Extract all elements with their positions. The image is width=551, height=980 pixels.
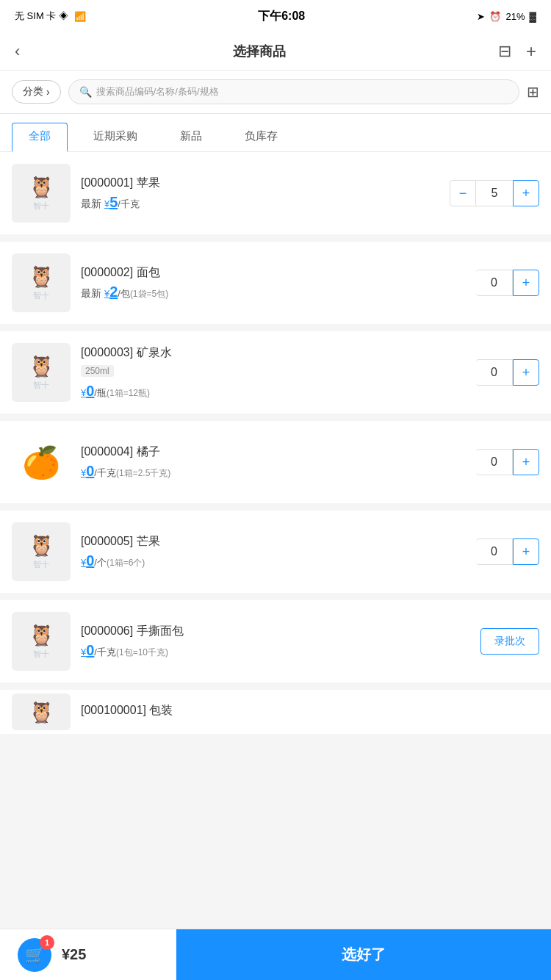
product-name: [0000003] 矿泉水 — [81, 345, 466, 361]
product-list: 🦉 智十 [0000001] 苹果 最新 ¥5/千克 − + 🦉 智十 [000… — [0, 152, 551, 734]
product-image: 🦉 智十 — [12, 253, 71, 312]
price-unit: /千克 — [94, 646, 116, 657]
product-info: [0000002] 面包 最新 ¥2/包(1袋=5包) — [81, 265, 466, 300]
location-icon: ➤ — [477, 11, 485, 22]
price-label: 最新 — [81, 198, 104, 209]
owl-placeholder: 🦉 智十 — [12, 612, 71, 671]
product-price: ¥0/千克(1包=10千克) — [81, 642, 470, 659]
add-icon[interactable]: + — [526, 41, 536, 62]
product-image: 🍊 — [12, 433, 71, 491]
product-info: [0000001] 苹果 最新 ¥5/千克 — [81, 176, 439, 211]
tab-all[interactable]: 全部 — [12, 123, 68, 152]
product-item: 🦉 智十 [0000005] 芒果 ¥0/个(1箱=6个) + — [0, 511, 551, 593]
battery-icon: ▓ — [530, 11, 536, 22]
product-item: 🦉 智十 [0000006] 手撕面包 ¥0/千克(1包=10千克) 录批次 — [0, 600, 551, 682]
page-title: 选择商品 — [233, 43, 286, 60]
product-name: [0000001] 苹果 — [81, 176, 439, 191]
cart-total: ¥25 — [62, 946, 86, 963]
product-name: [0000002] 面包 — [81, 265, 466, 281]
batch-button[interactable]: 录批次 — [480, 628, 539, 655]
sim-status: 无 SIM 卡 ◈ — [15, 10, 68, 23]
divider — [0, 236, 551, 242]
back-button[interactable]: ‹ — [15, 42, 20, 61]
qty-input[interactable] — [476, 180, 513, 206]
product-name: [000100001] 包装 — [81, 703, 539, 718]
qty-input[interactable] — [476, 270, 513, 296]
owl-icon: 🦉 — [29, 623, 54, 647]
qty-input[interactable] — [476, 449, 513, 475]
plus-button[interactable]: + — [513, 359, 539, 386]
price-value: 2 — [109, 284, 118, 300]
plus-button[interactable]: + — [513, 270, 539, 296]
price-value: 0 — [86, 463, 94, 479]
product-item: 🦉 智十 [0000003] 矿泉水 250ml ¥0/瓶(1箱=12瓶) + — [0, 331, 551, 414]
product-price: 最新 ¥5/千克 — [81, 194, 439, 211]
product-image: 🦉 智十 — [12, 522, 71, 581]
price-extra: (1袋=5包) — [130, 289, 168, 299]
filter-icon[interactable]: ⊟ — [498, 42, 511, 61]
product-item: 🦉 智十 [0000002] 面包 最新 ¥2/包(1袋=5包) + — [0, 242, 551, 324]
owl-placeholder: 🦉 智十 — [12, 343, 71, 402]
cart-section: 🛒 1 ¥25 — [0, 938, 176, 972]
product-name: [0000006] 手撕面包 — [81, 624, 470, 639]
tabs-bar: 全部 近期采购 新品 负库存 — [0, 114, 551, 152]
product-name: [0000004] 橘子 — [81, 444, 466, 460]
divider — [0, 684, 551, 690]
minus-button[interactable]: − — [450, 180, 476, 206]
cart-badge: 1 — [40, 935, 54, 950]
qty-control: + — [476, 538, 539, 565]
price-label: 最新 — [81, 287, 104, 299]
plus-button[interactable]: + — [513, 449, 539, 475]
product-info: [0000004] 橘子 ¥0/千克(1箱=2.5千克) — [81, 444, 466, 480]
product-price: ¥0/瓶(1箱=12瓶) — [81, 383, 466, 400]
product-info: [0000005] 芒果 ¥0/个(1箱=6个) — [81, 534, 466, 569]
tab-recent[interactable]: 近期采购 — [76, 123, 154, 151]
battery-status: 21% — [505, 11, 525, 22]
confirm-button[interactable]: 选好了 — [176, 929, 551, 981]
qty-input[interactable] — [476, 359, 513, 386]
wifi-icon: 📶 — [74, 11, 86, 22]
nav-bar: ‹ 选择商品 ⊟ + — [0, 32, 551, 71]
product-item: 🦉 智十 [0000001] 苹果 最新 ¥5/千克 − + — [0, 152, 551, 234]
search-placeholder: 搜索商品编码/名称/条码/规格 — [96, 85, 219, 98]
bottom-spacer — [0, 735, 551, 787]
product-info: [000100001] 包装 — [81, 703, 539, 721]
chevron-right-icon: › — [46, 86, 50, 98]
product-image: 🦉 智十 — [12, 612, 71, 671]
product-price: 最新 ¥2/包(1袋=5包) — [81, 284, 466, 300]
divider — [0, 325, 551, 331]
tab-new[interactable]: 新品 — [163, 123, 219, 151]
divider — [0, 594, 551, 600]
owl-icon: 🦉 — [29, 354, 54, 378]
product-price: ¥0/个(1箱=6个) — [81, 552, 466, 569]
product-item: 🍊 [0000004] 橘子 ¥0/千克(1箱=2.5千克) + — [0, 421, 551, 503]
price-unit: /千克 — [118, 198, 140, 209]
plus-button[interactable]: + — [513, 538, 539, 565]
alarm-icon: ⏰ — [489, 11, 501, 22]
price-extra: (1箱=6个) — [107, 558, 145, 568]
owl-icon: 🦉 — [29, 264, 54, 289]
price-extra: (1包=10千克) — [116, 647, 168, 657]
filter-bar: 分类 › 🔍 搜索商品编码/名称/条码/规格 ⊞ — [0, 71, 551, 114]
search-icon: 🔍 — [79, 86, 92, 98]
product-name: [0000005] 芒果 — [81, 534, 466, 550]
price-unit: /千克 — [94, 467, 116, 478]
product-item-partial: 🦉 [000100001] 包装 — [0, 690, 551, 734]
bottom-bar: 🛒 1 ¥25 选好了 — [0, 929, 551, 980]
search-box[interactable]: 🔍 搜索商品编码/名称/条码/规格 — [68, 79, 519, 104]
product-spec: 250ml — [81, 365, 114, 377]
cart-icon-wrap[interactable]: 🛒 1 — [18, 938, 51, 972]
owl-placeholder: 🦉 — [12, 693, 71, 730]
tab-negative[interactable]: 负库存 — [228, 123, 295, 151]
price-value: 0 — [86, 383, 94, 399]
product-info: [0000003] 矿泉水 250ml ¥0/瓶(1箱=12瓶) — [81, 345, 466, 400]
divider — [0, 415, 551, 421]
price-value: 0 — [86, 552, 94, 569]
qty-control: − + — [450, 180, 539, 206]
category-button[interactable]: 分类 › — [12, 80, 61, 104]
owl-icon: 🦉 — [29, 533, 54, 558]
product-info: [0000006] 手撕面包 ¥0/千克(1包=10千克) — [81, 624, 470, 659]
scan-icon[interactable]: ⊞ — [527, 83, 539, 101]
qty-input[interactable] — [476, 538, 513, 565]
plus-button[interactable]: + — [513, 180, 539, 206]
